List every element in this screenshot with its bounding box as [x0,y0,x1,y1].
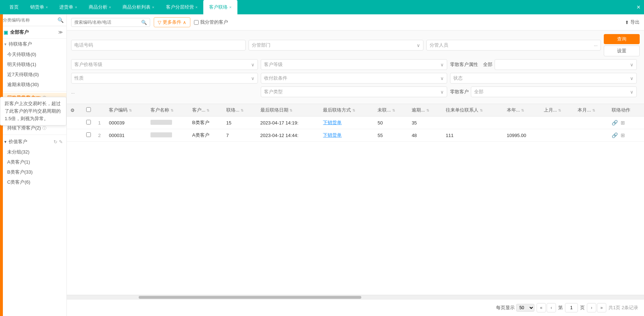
phone-field[interactable]: 电话号码 [71,40,246,51]
sort-icon[interactable]: ⇅ [480,108,483,112]
th-not-contact[interactable]: 未联... ⇅ [374,104,408,117]
close-icon[interactable]: × [229,5,231,9]
td-last-contact-way[interactable]: 下销货单 [319,117,374,129]
sort-icon[interactable]: ⇅ [241,108,244,112]
filter-more-button[interactable]: ▽ 更多条件 ∧ [154,17,190,27]
search-input[interactable] [74,20,139,25]
dept-field[interactable]: 分管部门 ∨ [249,40,423,51]
sidebar-item-b-class[interactable]: B类客户(33) [0,167,66,177]
nav-tab-purchase[interactable]: 进货单 × [54,0,83,14]
row-checkbox[interactable] [86,132,91,137]
th-type[interactable]: 客户... ⇅ [189,104,223,117]
sidebar-search-input[interactable] [3,18,57,23]
my-customer-checkbox-label[interactable]: 我分管的客户 [194,19,228,25]
td-last-contact-way[interactable]: 下销货单 [319,129,374,142]
nav-tab-sales[interactable]: 销货单 × [24,0,54,14]
th-name[interactable]: 客户名称 ⇅ [147,104,189,117]
sidebar-item-7days[interactable]: 近7天待联络(0) [0,70,66,80]
sidebar-item-c-class[interactable]: C类客户(6) [0,177,66,187]
sidebar-search-icon[interactable]: 🔍 [57,17,64,23]
th-code[interactable]: 客户编码 ⇅ [105,104,147,117]
nature-field[interactable]: 性质 ∨ [71,73,258,84]
th-checkbox[interactable] [83,104,94,117]
status-field[interactable]: 状态 ∨ [450,73,637,84]
th-contact[interactable]: 联络... ⇅ [223,104,257,117]
person-field[interactable]: 分管人员 ··· [426,40,601,51]
scatter-attr-field[interactable]: ∨ [495,59,637,70]
nav-tab-home[interactable]: 首页 [4,0,24,14]
pending-contact-group[interactable]: ▼ 待联络客户 [0,39,66,49]
all-customers-header[interactable]: ▣ 全部客户 ≫ [0,26,66,39]
close-icon[interactable]: × [109,5,111,9]
close-icon[interactable]: × [195,5,198,9]
sort-icon[interactable]: ⇅ [521,108,524,112]
scatter-customer-field[interactable]: 全部 ∨ [471,86,637,97]
td-checkbox[interactable] [83,129,94,142]
sort-icon[interactable]: ⇅ [392,108,395,112]
refresh-icon[interactable]: ↻ [54,139,57,145]
select-all-checkbox[interactable] [86,107,91,112]
table-row: 2 000031 A类客户 7 2023-04-12 14:44: 下销货单 5… [67,129,644,142]
th-overdue[interactable]: 逾期... ⇅ [408,104,442,117]
scroll-thumb[interactable] [139,296,361,299]
customer-type-field[interactable]: 客户类型 ∨ [261,86,448,97]
info-icon[interactable]: ⓘ [42,126,46,131]
page-size-select[interactable]: 50 10 20 100 [516,304,534,312]
th-last-contact-date[interactable]: 最后联络日期 ⇅ [257,104,320,117]
filter-form: 电话号码 分管部门 ∨ 分管人员 ··· 查询 [67,30,644,104]
next-page-button[interactable]: › [587,303,596,312]
link-icon[interactable]: 🔗 [612,120,618,126]
close-icon[interactable]: × [46,5,48,9]
sidebar-item-a-class[interactable]: A类客户(1) [0,157,66,167]
more-filter-button[interactable]: ... [71,90,75,95]
grid-icon[interactable]: ⊞ [621,120,625,126]
nav-tab-product-analysis[interactable]: 商品分析 × [83,0,117,14]
edit-icon[interactable]: ✎ [59,139,63,145]
td-checkbox[interactable] [83,117,94,129]
th-settings[interactable]: ⚙ [67,104,83,117]
nav-tab-customer-contact[interactable]: 客户联络 × [203,0,237,14]
setting-button[interactable]: 设置 [604,46,640,56]
sort-icon[interactable]: ⇅ [289,108,292,112]
sort-icon[interactable]: ⇅ [592,108,595,112]
th-last-month[interactable]: 上月... ⇅ [540,104,574,117]
app-close-button[interactable]: × [636,4,640,11]
price-level-field[interactable]: 客户价格等级 ∨ [71,59,258,70]
sidebar-item-overdue[interactable]: 逾期未联络(30) [0,80,66,90]
sidebar-item-tomorrow[interactable]: 明天待联络(1) [0,60,66,70]
prev-page-button[interactable]: ‹ [547,303,556,312]
payment-field[interactable]: 收付款条件 ∨ [261,73,448,84]
sort-icon[interactable]: ⇅ [171,108,173,112]
sort-icon[interactable]: ⇅ [129,108,132,112]
page-number-input[interactable] [565,303,578,312]
first-page-button[interactable]: « [537,303,546,312]
link-icon[interactable]: 🔗 [612,132,618,138]
filter-cell-scatter-customer: 零散客户 全部 ∨ [450,86,637,97]
sidebar-collapse-icon[interactable]: ≫ [58,30,63,35]
th-company-person[interactable]: 往来单位联系人 ⇅ [442,104,503,117]
close-icon[interactable]: × [75,5,77,9]
sort-icon[interactable]: ⇅ [352,108,355,112]
sort-icon[interactable]: ⇅ [558,108,561,112]
query-button[interactable]: 查询 [604,34,640,44]
sidebar-item-ungroup[interactable]: 未分组(32) [0,147,66,157]
sidebar-item-today[interactable]: 今天待联络(0) [0,49,66,60]
close-icon[interactable]: × [152,5,154,9]
sort-icon[interactable]: ⇅ [207,108,209,112]
my-customer-checkbox[interactable] [194,20,199,25]
nav-tab-customer-tier[interactable]: 客户分层经营 × [160,0,203,14]
gear-icon[interactable]: ⚙ [70,108,75,113]
customer-level-field[interactable]: 客户等级 ∨ [261,59,448,70]
grid-icon[interactable]: ⊞ [621,132,625,138]
nav-tab-product-list[interactable]: 商品分析列表 × [117,0,160,14]
horizontal-scrollbar[interactable] [67,295,644,299]
th-last-contact-way[interactable]: 最后联络方式 ⇅ [319,104,374,117]
last-page-button[interactable]: » [597,303,606,312]
valuable-customer-group-header[interactable]: ▼ 价值客户 ↻ ✎ [0,136,66,147]
export-button[interactable]: ⬆ 导出 [625,19,640,25]
th-this-month[interactable]: 本月... ⇅ [574,104,608,117]
sort-icon[interactable]: ⇅ [426,108,429,112]
th-this-year[interactable]: 本年... ⇅ [503,104,540,117]
row-checkbox[interactable] [86,120,91,124]
search-icon[interactable]: 🔍 [141,20,147,25]
